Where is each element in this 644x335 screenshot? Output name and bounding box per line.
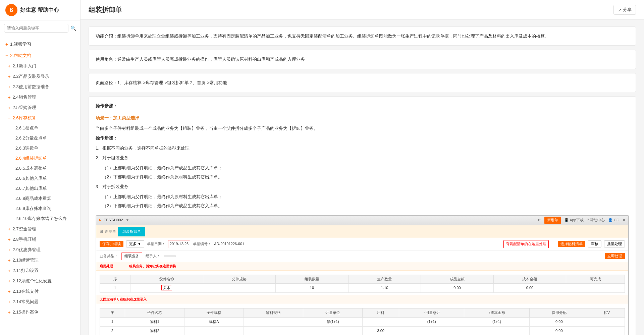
sim-arrow-right: → [551, 241, 555, 247]
scenario1-title: 场景一：加工类型选择 [96, 114, 629, 122]
sim-commit-btn[interactable]: 立即处理 [605, 253, 625, 259]
th-unit: 计量单位 [303, 309, 363, 318]
sidebar-item-operations-mgmt[interactable]: + 2.10经营管理 [0, 255, 80, 265]
sidebar-item-other-out[interactable]: 2.6.7其他出库单 [0, 183, 80, 193]
step1: 1、根据不同的业务，选择不同单据的类型来处理 [96, 144, 629, 152]
sidebar-item-stock-ledger[interactable]: 2.6.9库存账本查询 [0, 204, 80, 214]
sidebar-item-stock-error[interactable]: 2.6.10库存账本错了怎么办 [0, 214, 80, 224]
sidebar-item-faq[interactable]: + 2.14常见问题 [0, 297, 80, 307]
sim-person-label: 经手人： [146, 253, 160, 260]
sim-new-btn[interactable]: 新增单 [544, 217, 561, 224]
sidebar-item-print-settings[interactable]: + 2.11打印设置 [0, 266, 80, 276]
table-row: 2 物料2 3.00 0.00 [100, 326, 625, 335]
sidebar-item-stocktake[interactable]: 2.6.1盘点单 [0, 123, 80, 133]
sim-date-label: 单据日期： [147, 241, 165, 247]
app-title: 好生意 帮助中心 [20, 7, 59, 14]
search-input[interactable] [4, 24, 68, 33]
nav-sub-section-24: + 2.4销售管理 [0, 92, 80, 102]
sim-window: 6 TEST-H002 ▼ ⟳ 新增单 📱 App下载 ? 帮助中心 👤 CC … [96, 215, 629, 335]
th-cost-amt2: ↑成本金额 [464, 309, 529, 318]
screenshot-container: 6 TEST-H002 ▼ ⟳ 新增单 📱 App下载 ? 帮助中心 👤 CC … [96, 215, 629, 335]
nav-sub-section-22: + 2.2产品安装及登录 [0, 71, 80, 81]
role-text: 使用角色：通常由生产人员或库管人员完成拆装业务的操作，库管人员确认原材料的出库和… [96, 55, 629, 63]
sidebar-item-video-learning[interactable]: + 1.视频学习 [0, 39, 80, 50]
ops-title: 操作步骤： [96, 102, 629, 110]
sim-home-icon: ⊞ [100, 228, 103, 235]
nav-sub-section-23: + 2.3使用前数据准备 [0, 82, 80, 92]
th-product-amt: 成品金额 [421, 275, 494, 284]
th-material: 用料 [363, 309, 399, 318]
sim-save-btn[interactable]: 保存并继续 [100, 241, 123, 247]
sidebar-item-assembly[interactable]: 2.6.4组装拆卸单 [0, 153, 80, 163]
minus-icon: − [5, 53, 8, 58]
sidebar-item-transfer[interactable]: 2.6.3调拨单 [0, 143, 80, 153]
plus-icon-21: + [8, 64, 11, 69]
sidebar-item-help-docs[interactable]: − 2.帮助文档 [0, 50, 80, 61]
sidebar-item-cost-adj[interactable]: 2.6.5成本调整单 [0, 163, 80, 173]
search-box: 🔍 [0, 20, 80, 36]
plus-icon-22: + [8, 74, 11, 79]
th-cost-amt: 成本金额 [493, 275, 566, 284]
sim-batch-btn[interactable]: 批量处理 [604, 240, 625, 247]
sidebar-item-partial-stocktake[interactable]: 2.6.2分量盘点单 [0, 133, 80, 143]
ops-card: 操作步骤： 场景一：加工类型选择 当由多个子件材料组装成一个成品的业务为【组装】… [89, 96, 636, 335]
sidebar-item-data-prep[interactable]: + 2.3使用前数据准备 [0, 82, 80, 92]
main-body: 功能介绍：组装拆卸单用来处理企业组装或拆卸等加工业务，支持有固定装配清单的产品加… [80, 20, 644, 335]
th-deductv: 扣V [589, 309, 625, 318]
sim-help-icon: ? 帮助中心 [587, 217, 605, 224]
sim-type-value[interactable]: 组装业务 [121, 252, 142, 260]
path-text: 页面路径：1、库存核算->库存管理->组装拆卸单 2、首页->常用功能 [96, 79, 629, 87]
table-row: 1 关木 10 1-10 0.00 0.00 [100, 284, 625, 293]
page-title: 组装拆卸单 [89, 5, 122, 14]
sim-code-value: AD-20191226-001 [214, 241, 244, 247]
sidebar-item-newbie[interactable]: + 2.1新手入门 [0, 61, 80, 71]
sim-person-input[interactable] [164, 256, 176, 257]
nav-sub-section-26: − 2.6库存核算 2.6.1盘点单 2.6.2分量盘点单 2.6.3调拨单 2… [0, 113, 80, 224]
sim-window-id: TEST-H002 [104, 217, 123, 224]
sim-close-icon[interactable]: ✕ [623, 217, 626, 224]
sidebar-item-online-pay[interactable]: + 2.13在线支付 [0, 286, 80, 296]
app-logo: 6 [5, 4, 17, 16]
th-seq: 序 [100, 275, 130, 284]
sim-form-bar: 保存并继续 更多 ▼ 单据日期： 2019-12-26 单据编号： AD-201… [96, 238, 628, 250]
nav-section-2: − 2.帮助文档 + 2.1新手入门 + 2.2产品安装及登录 [0, 50, 80, 317]
step3: 3、对于拆装业务 [96, 183, 629, 190]
th-total-qty: ↑用量总计 [399, 309, 464, 318]
sim-more-btn[interactable]: 更多 ▼ [126, 240, 144, 247]
minus-icon-26: − [8, 116, 11, 121]
sim-review-btn[interactable]: 审核 [588, 240, 601, 247]
sim-titlebar: 6 TEST-H002 ▼ ⟳ 新增单 📱 App下载 ? 帮助中心 👤 CC … [96, 216, 628, 225]
plus-icon-25: + [8, 105, 11, 110]
sim-tab-assembly[interactable]: 组装拆卸单 [118, 227, 145, 236]
sidebar-item-sales-mgmt[interactable]: + 2.4销售管理 [0, 92, 80, 102]
sidebar-item-mobile[interactable]: + 2.8手机旺铺 [0, 234, 80, 244]
table-row: 1 物料1 规格A 箱(1+1) (1+1) (1+1) 0.00 [100, 317, 625, 326]
search-button[interactable]: 🔍 [70, 25, 76, 31]
sidebar-item-capital-mgmt[interactable]: + 2.7资金管理 [0, 224, 80, 234]
th-produce-qty: 生产数量 [348, 275, 421, 284]
sim-user-icon: 👤 CC [608, 217, 619, 224]
intro-card: 功能介绍：组装拆卸单用来处理企业组装或拆卸等加工业务，支持有固定装配清单的产品加… [89, 26, 636, 46]
annotation-1: 有装配清单的在这里处理 [503, 240, 549, 248]
share-button[interactable]: ↗ 分享 [613, 5, 636, 15]
sidebar-item-inventory[interactable]: − 2.6库存核算 [0, 113, 80, 123]
sidebar-item-install[interactable]: + 2.2产品安装及登录 [0, 71, 80, 81]
th-fee-alloc: 费用分配 [529, 309, 589, 318]
annotation-3: 启用处理 [100, 263, 113, 269]
plus-icon-24: + [8, 95, 11, 100]
th-l-seq: 序 [100, 309, 125, 318]
th-assembly-qty: 组装数量 [276, 275, 348, 284]
step3-2: （2）下部明细为子件明细，最终作为产成品生成其它入库单。 [96, 202, 629, 210]
sidebar-item-cost-recalc[interactable]: 2.6.8商品成本重算 [0, 193, 80, 204]
sidebar-item-system-settings[interactable]: + 2.12系统个性化设置 [0, 276, 80, 286]
sidebar-item-purchase-mgmt[interactable]: + 2.5采购管理 [0, 103, 80, 113]
sim-select-bom-btn[interactable]: 选择配料清单 [558, 241, 585, 247]
th-aux-spec: 辅料规格 [244, 309, 303, 318]
sidebar-item-other-in[interactable]: 2.6.6其他入库单 [0, 173, 80, 183]
sidebar-nav: + 1.视频学习 − 2.帮助文档 + 2.1新手入门 [0, 36, 80, 335]
nav-section-1: + 1.视频学习 [0, 39, 80, 50]
sidebar-item-cases[interactable]: + 2.15操作案例 [0, 307, 80, 317]
th-child-spec: 子件规格 [184, 309, 244, 318]
sidebar-item-coupon[interactable]: + 2.9优惠券管理 [0, 245, 80, 255]
sidebar-header: 6 好生意 帮助中心 [0, 0, 80, 20]
